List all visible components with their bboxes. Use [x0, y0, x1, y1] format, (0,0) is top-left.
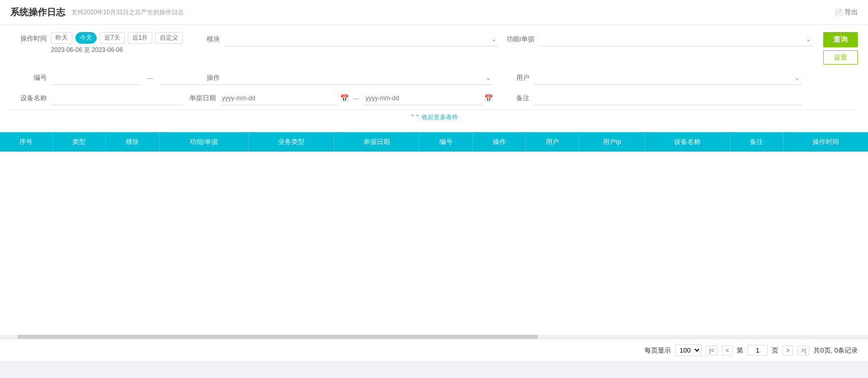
function-select[interactable]: ⌄ — [539, 32, 814, 46]
collapse-up-icon: ⌃⌃ — [410, 113, 420, 121]
table-col-模块: 模块 — [106, 132, 159, 152]
id-label: 编号 — [10, 73, 51, 82]
header-left: 系统操作日志 支持2020年10月31日之后产生的操作日志 — [10, 6, 184, 18]
page-size-label: 每页显示 — [645, 346, 671, 355]
prev-page-btn[interactable]: < — [722, 345, 733, 356]
page-label: 第 — [737, 346, 743, 355]
total-info: 共0页, 0条记录 — [814, 346, 858, 355]
page-header: 系统操作日志 支持2020年10月31日之后产生的操作日志 📄 导出 — [0, 0, 868, 25]
table-col-单据日期: 单据日期 — [334, 132, 419, 152]
yesterday-btn[interactable]: 昨天 — [51, 32, 72, 44]
operation-select[interactable]: ⌄ — [224, 71, 493, 85]
collapse-label: 收起更多条件 — [422, 113, 458, 121]
query-button[interactable]: 查询 — [823, 32, 858, 47]
user-select[interactable]: ⌄ — [534, 71, 802, 85]
table-col-操作: 操作 — [472, 132, 525, 152]
table-col-业务类型: 业务类型 — [249, 132, 334, 152]
setting-button[interactable]: 设置 — [823, 50, 858, 65]
calendar-end-icon[interactable]: 📅 — [484, 94, 493, 102]
operation-label: 操作 — [183, 73, 224, 82]
next-page-btn[interactable]: > — [782, 345, 793, 356]
today-btn[interactable]: 今天 — [75, 32, 97, 44]
time-filter: 昨天 今天 近7天 近1月 自定义 — [51, 32, 183, 44]
table-col-编号: 编号 — [419, 132, 472, 152]
table-col-设备名称: 设备名称 — [645, 132, 730, 152]
id-start-input[interactable] — [51, 71, 141, 85]
time-label: 操作时间 — [10, 32, 51, 43]
table-col-备注: 备注 — [730, 132, 783, 152]
doc-date-sep: — — [353, 95, 359, 102]
page-title: 系统操作日志 — [10, 6, 65, 18]
table-col-类型: 类型 — [52, 132, 105, 152]
page-subtitle: 支持2020年10月31日之后产生的操作日志 — [71, 8, 184, 17]
table-col-用户: 用户 — [526, 132, 579, 152]
table-header-row: 序号类型模块功能/单据业务类型单据日期编号操作用户用户ip设备名称备注操作时间 — [0, 132, 868, 152]
doc-date-label: 单据日期 — [183, 94, 220, 103]
scrollbar-area[interactable] — [0, 335, 868, 339]
last1m-btn[interactable]: 近1月 — [128, 32, 153, 44]
export-label: 导出 — [845, 8, 858, 17]
page-end-label: 页 — [772, 346, 778, 355]
table-col-操作时间: 操作时间 — [783, 132, 868, 152]
page-number-input[interactable] — [747, 345, 768, 356]
export-icon: 📄 — [834, 9, 843, 16]
page-size-select[interactable]: 100 50 200 — [675, 344, 702, 356]
doc-date-start-group: 📅 — [220, 91, 349, 105]
table-col-功能/单据: 功能/单据 — [159, 132, 248, 152]
action-buttons: 查询 设置 — [823, 32, 858, 65]
first-page-btn[interactable]: |< — [706, 345, 718, 356]
table-col-用户ip: 用户ip — [579, 132, 645, 152]
scrollbar-thumb[interactable] — [17, 335, 538, 339]
doc-date-end-group: 📅 — [363, 91, 492, 105]
calendar-start-icon[interactable]: 📅 — [340, 94, 349, 102]
pagination-bar: 每页显示 100 50 200 |< < 第 页 > >| 共0页, 0条记录 — [0, 339, 868, 361]
table-header: 序号类型模块功能/单据业务类型单据日期编号操作用户用户ip设备名称备注操作时间 — [0, 132, 868, 152]
data-table: 序号类型模块功能/单据业务类型单据日期编号操作用户用户ip设备名称备注操作时间 — [0, 132, 868, 152]
operation-chevron-icon: ⌄ — [486, 74, 491, 81]
export-button[interactable]: 📄 导出 — [834, 8, 858, 17]
empty-area — [0, 152, 868, 335]
collapse-bar[interactable]: ⌃⌃ 收起更多条件 — [10, 109, 858, 125]
custom-btn[interactable]: 自定义 — [155, 32, 183, 44]
function-chevron-icon: ⌄ — [806, 36, 811, 43]
doc-date-end-input[interactable] — [363, 91, 482, 105]
user-label: 用户 — [493, 73, 534, 82]
last-page-btn[interactable]: >| — [797, 345, 809, 356]
table-col-序号: 序号 — [0, 132, 52, 152]
module-select[interactable]: ⌄ — [224, 32, 498, 46]
function-label: 功能/单据 — [498, 35, 539, 44]
module-chevron-icon: ⌄ — [491, 36, 496, 43]
remark-input[interactable] — [534, 91, 802, 105]
module-label: 模块 — [183, 35, 224, 44]
table-wrapper: 序号类型模块功能/单据业务类型单据日期编号操作用户用户ip设备名称备注操作时间 — [0, 132, 868, 335]
remark-label: 备注 — [493, 94, 534, 103]
device-label: 设备名称 — [10, 94, 51, 103]
user-chevron-icon: ⌄ — [795, 74, 800, 81]
device-input[interactable] — [51, 91, 183, 105]
id-sep: — — [147, 74, 153, 82]
date-range: 2023-06-06 至 2023-06-06 — [51, 46, 183, 54]
doc-date-start-input[interactable] — [220, 91, 338, 105]
filter-area: 操作时间 昨天 今天 近7天 近1月 自定义 2023-06-06 至 2023… — [0, 25, 868, 132]
last7-btn[interactable]: 近7天 — [100, 32, 125, 44]
